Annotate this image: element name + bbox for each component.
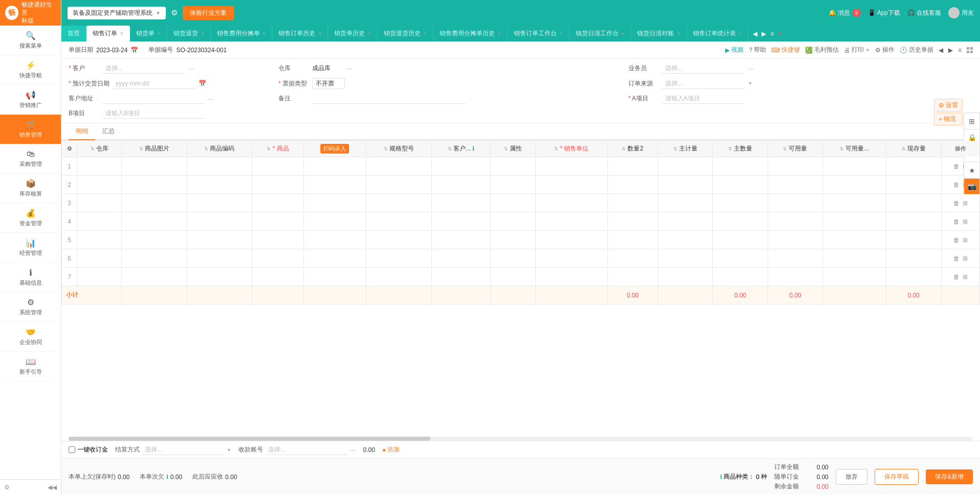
cell[interactable] xyxy=(607,194,658,212)
close-tab-icon[interactable]: × xyxy=(498,31,501,36)
cell[interactable] xyxy=(491,231,535,249)
close-tab-icon[interactable]: × xyxy=(560,31,563,36)
cell[interactable] xyxy=(366,212,431,231)
sidebar-item-finance[interactable]: 💰 资金管理 xyxy=(0,203,61,233)
online-support[interactable]: 🎧 在线客服 xyxy=(907,9,941,17)
cell[interactable] xyxy=(366,268,431,286)
sidebar-item-marketing[interactable]: 📢 营销推广 xyxy=(0,85,61,115)
cell[interactable] xyxy=(491,194,535,212)
tab-return-history[interactable]: 销货退货历史 × xyxy=(378,26,433,41)
next-record-icon[interactable]: ▶ xyxy=(948,47,953,54)
sidebar-item-sales[interactable]: 🛒 销售管理 xyxy=(0,115,61,144)
cell[interactable] xyxy=(252,268,304,286)
cell[interactable] xyxy=(658,231,713,249)
cell[interactable] xyxy=(607,157,658,176)
cell[interactable] xyxy=(823,231,886,249)
customer-dots-icon[interactable]: ··· xyxy=(188,64,194,73)
settings-icon[interactable]: ⚙ xyxy=(4,484,10,491)
copy-icon[interactable]: ⊞ xyxy=(963,273,968,281)
cell[interactable] xyxy=(431,231,491,249)
delivery-date-input[interactable] xyxy=(113,78,195,89)
address-dots-icon[interactable]: ··· xyxy=(208,95,214,103)
cell[interactable] xyxy=(823,194,886,212)
cell[interactable] xyxy=(187,268,252,286)
th-settings[interactable]: ⚙ xyxy=(62,141,77,157)
close-tab-icon[interactable]: × xyxy=(739,31,742,36)
close-tab-icon[interactable]: × xyxy=(120,31,123,36)
close-tab-icon[interactable]: × xyxy=(368,31,371,36)
tab-summary[interactable]: 汇总 xyxy=(95,123,122,140)
cell[interactable] xyxy=(768,194,822,212)
tab-order-workbench[interactable]: 销售订单工作台 × xyxy=(508,26,570,41)
cell[interactable] xyxy=(713,212,768,231)
help-tool[interactable]: ? 帮助 xyxy=(749,46,766,54)
cell[interactable] xyxy=(366,231,431,249)
cell[interactable] xyxy=(768,157,822,176)
one-click-checkbox[interactable]: 一键收订金 xyxy=(69,445,108,454)
cell[interactable] xyxy=(77,249,122,268)
tab-expense-history[interactable]: 销售费用分摊单历史 × xyxy=(433,26,508,41)
cell[interactable] xyxy=(366,157,431,176)
cell[interactable] xyxy=(187,194,252,212)
cell[interactable] xyxy=(823,268,886,286)
cell[interactable] xyxy=(77,176,122,194)
topbar-settings-icon[interactable]: ⚙ xyxy=(171,8,178,17)
current-due-info-icon[interactable]: ℹ xyxy=(166,474,168,480)
cell[interactable] xyxy=(122,249,187,268)
customer-input[interactable] xyxy=(102,63,185,74)
delete-icon[interactable]: 🗑 xyxy=(953,218,960,225)
cell[interactable] xyxy=(713,176,768,194)
cell[interactable] xyxy=(658,157,713,176)
system-selector[interactable]: 装备及固定资产辅助管理系统 ▼ xyxy=(68,7,166,19)
tab-sales-stats[interactable]: 销售订单统计表 × xyxy=(687,26,749,41)
cell[interactable] xyxy=(431,194,491,212)
cell[interactable] xyxy=(607,176,658,194)
cell[interactable] xyxy=(366,176,431,194)
copy-icon[interactable]: ⊞ xyxy=(963,236,968,244)
cell[interactable] xyxy=(535,231,607,249)
cell[interactable] xyxy=(886,231,941,249)
product-count-info-icon[interactable]: ℹ xyxy=(720,474,722,480)
cell[interactable] xyxy=(431,157,491,176)
view-tool[interactable]: ▶ 视频 xyxy=(725,46,744,54)
cell[interactable] xyxy=(491,176,535,194)
cell[interactable] xyxy=(713,194,768,212)
tab-next-icon[interactable]: ▶ xyxy=(759,30,768,37)
invoice-type-select[interactable]: 不开票 xyxy=(312,78,345,89)
cell[interactable] xyxy=(187,212,252,231)
close-tab-icon[interactable]: × xyxy=(677,31,680,36)
grid-view-icon[interactable] xyxy=(967,47,973,53)
discard-button[interactable]: 放弃 xyxy=(836,469,867,485)
account-input[interactable] xyxy=(265,444,348,455)
cell[interactable] xyxy=(77,268,122,286)
operation-tool[interactable]: ⚙ 操作 xyxy=(875,46,895,54)
cell[interactable] xyxy=(607,212,658,231)
shortcut-tool[interactable]: ⌨ 快捷键 xyxy=(771,46,800,54)
cell[interactable] xyxy=(535,157,607,176)
cell[interactable] xyxy=(77,194,122,212)
sidebar-item-inventory[interactable]: 📦 库存核算 xyxy=(0,174,61,203)
cell[interactable] xyxy=(823,212,886,231)
notification-item[interactable]: 🔔 消息 9 xyxy=(829,9,861,17)
tab-prev-icon[interactable]: ◀ xyxy=(751,30,759,37)
cell[interactable] xyxy=(252,249,304,268)
cell[interactable] xyxy=(252,176,304,194)
a-project-input[interactable] xyxy=(662,93,745,104)
order-source-input[interactable] xyxy=(662,78,745,89)
cell[interactable] xyxy=(886,176,941,194)
copy-icon[interactable]: ⊞ xyxy=(963,218,968,225)
cell[interactable] xyxy=(886,157,941,176)
cell[interactable] xyxy=(886,249,941,268)
delete-icon[interactable]: 🗑 xyxy=(953,200,960,207)
address-input[interactable] xyxy=(102,93,205,104)
date-value[interactable]: 2023-03-24 xyxy=(96,47,127,54)
solution-button[interactable]: 体验行业方案 xyxy=(183,6,234,20)
cell[interactable] xyxy=(886,212,941,231)
calendar-icon[interactable]: 📅 xyxy=(130,47,138,54)
cell[interactable] xyxy=(607,249,658,268)
cell[interactable] xyxy=(768,231,822,249)
cell[interactable] xyxy=(535,176,607,194)
cell[interactable] xyxy=(886,268,941,286)
cell[interactable] xyxy=(886,194,941,212)
close-tab-icon[interactable]: × xyxy=(201,31,204,36)
